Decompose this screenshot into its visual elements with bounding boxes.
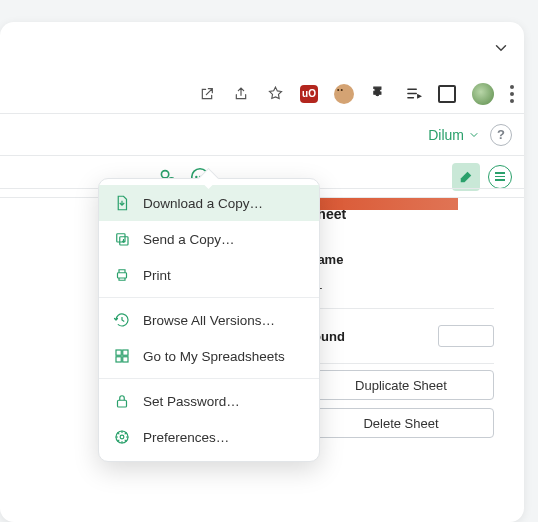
bookmark-star-icon[interactable] bbox=[266, 85, 284, 103]
browser-menu-icon[interactable] bbox=[510, 85, 514, 103]
menu-item-label: Browse All Versions… bbox=[143, 313, 275, 328]
face-ext-icon[interactable] bbox=[334, 84, 354, 104]
menu-item-set-password[interactable]: Set Password… bbox=[99, 383, 319, 419]
menu-item-label: Preferences… bbox=[143, 430, 229, 445]
menu-item-send-copy[interactable]: Send a Copy… bbox=[99, 221, 319, 257]
more-actions-menu: Download a Copy… Send a Copy… Print Brow… bbox=[98, 178, 320, 462]
user-menu[interactable]: Dilum bbox=[428, 127, 480, 143]
history-icon bbox=[113, 311, 131, 329]
duplicate-sheet-button[interactable]: Duplicate Sheet bbox=[308, 370, 494, 400]
menu-item-print[interactable]: Print bbox=[99, 257, 319, 293]
send-copy-icon bbox=[113, 230, 131, 248]
menu-item-preferences[interactable]: Preferences… bbox=[99, 419, 319, 455]
lock-icon bbox=[113, 392, 131, 410]
browser-tabstrip bbox=[0, 22, 524, 74]
share-icon[interactable] bbox=[232, 85, 250, 103]
grid-icon bbox=[113, 347, 131, 365]
menu-item-my-spreadsheets[interactable]: Go to My Spreadsheets bbox=[99, 338, 319, 374]
user-name-label: Dilum bbox=[428, 127, 464, 143]
download-icon bbox=[113, 194, 131, 212]
svg-rect-11 bbox=[116, 357, 121, 362]
svg-rect-12 bbox=[123, 357, 128, 362]
menu-separator bbox=[99, 297, 319, 298]
chevron-down-icon[interactable] bbox=[492, 39, 510, 57]
puzzle-ext-icon[interactable] bbox=[370, 85, 388, 103]
svg-rect-9 bbox=[116, 350, 121, 355]
background-color-swatch[interactable] bbox=[438, 325, 494, 347]
svg-point-15 bbox=[120, 435, 124, 439]
svg-rect-10 bbox=[123, 350, 128, 355]
delete-sheet-button[interactable]: Delete Sheet bbox=[308, 408, 494, 438]
name-row: Name bbox=[308, 242, 494, 277]
browser-toolbar: uO bbox=[0, 74, 524, 114]
sidepanel-ext-icon[interactable] bbox=[438, 85, 456, 103]
svg-rect-13 bbox=[118, 400, 127, 407]
ublock-ext-icon[interactable]: uO bbox=[300, 85, 318, 103]
menu-item-label: Download a Copy… bbox=[143, 196, 263, 211]
panel-toggle-button[interactable] bbox=[488, 165, 512, 189]
background-row: round bbox=[308, 315, 494, 357]
svg-point-0 bbox=[161, 170, 168, 177]
playlist-ext-icon[interactable] bbox=[404, 85, 422, 103]
menu-item-browse-versions[interactable]: Browse All Versions… bbox=[99, 302, 319, 338]
open-external-icon[interactable] bbox=[198, 85, 216, 103]
preferences-icon bbox=[113, 428, 131, 446]
menu-item-label: Set Password… bbox=[143, 394, 240, 409]
menu-separator bbox=[99, 378, 319, 379]
profile-avatar-icon[interactable] bbox=[472, 83, 494, 105]
print-icon bbox=[113, 266, 131, 284]
divider bbox=[308, 308, 494, 309]
app-header: Dilum ? bbox=[0, 114, 524, 156]
menu-item-label: Send a Copy… bbox=[143, 232, 235, 247]
menu-item-download-copy[interactable]: Download a Copy… bbox=[99, 185, 319, 221]
name-value-row: t 1 bbox=[308, 277, 494, 302]
divider bbox=[308, 363, 494, 364]
help-button[interactable]: ? bbox=[490, 124, 512, 146]
format-paint-button[interactable] bbox=[452, 163, 480, 191]
svg-rect-8 bbox=[118, 273, 127, 278]
menu-item-label: Go to My Spreadsheets bbox=[143, 349, 285, 364]
menu-item-label: Print bbox=[143, 268, 171, 283]
